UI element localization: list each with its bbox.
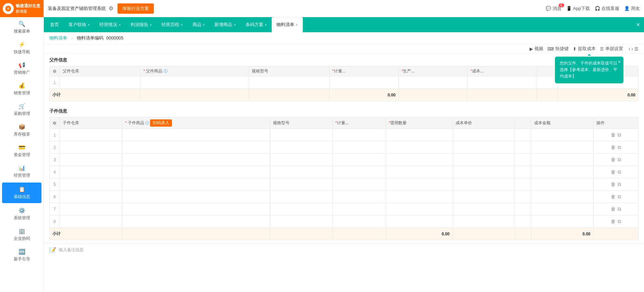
delete-icon-6[interactable]: 🗑 — [611, 194, 616, 200]
child-product-8[interactable] — [122, 215, 270, 228]
prev-button[interactable]: ‹ — [629, 46, 630, 51]
parent-cost-cell[interactable] — [468, 77, 537, 89]
child-spec-2[interactable] — [270, 141, 333, 154]
trial-button[interactable]: 体验行业方案 — [117, 3, 154, 14]
child-spec-1[interactable] — [270, 129, 333, 141]
child-warehouse-7[interactable] — [60, 203, 122, 215]
sidebar-item-sales[interactable]: 💰 销售管理 — [0, 79, 44, 100]
tab-history[interactable]: 经营历程 × — [157, 17, 187, 32]
child-spec-4[interactable] — [270, 166, 333, 178]
tab-barcode[interactable]: 条码方案 × — [241, 17, 272, 32]
list-view-icon[interactable]: ☰ — [634, 46, 639, 51]
child-product-3[interactable] — [122, 154, 270, 166]
sidebar-item-guide[interactable]: 🆕 新手引导 — [0, 245, 44, 266]
sidebar-item-system[interactable]: ⚙️ 系统管理 — [0, 204, 44, 224]
child-unit-cost-3[interactable] — [453, 154, 515, 166]
child-warehouse-8[interactable] — [60, 215, 122, 228]
tab-home[interactable]: 首页 — [45, 17, 64, 32]
child-qty-5[interactable] — [386, 178, 453, 191]
child-spec-7[interactable] — [270, 203, 333, 215]
child-col-settings[interactable]: ⚙ — [50, 117, 60, 129]
tab-bom[interactable]: 物料清单 × — [272, 17, 302, 32]
parent-col-settings[interactable]: ⚙ — [50, 66, 60, 77]
note-placeholder[interactable]: 输入备注信息 — [59, 247, 84, 253]
parent-product-cell[interactable] — [140, 77, 249, 89]
child-unit-2[interactable] — [333, 141, 386, 154]
next-button[interactable]: › — [632, 46, 633, 51]
child-product-6[interactable] — [122, 191, 270, 203]
close-tab-operation[interactable]: × — [119, 23, 121, 27]
close-tab-history[interactable]: × — [181, 23, 183, 27]
tooltip-close-button[interactable]: × — [618, 58, 621, 66]
copy-icon-7[interactable]: ⧉ — [618, 206, 621, 212]
child-spec-3[interactable] — [270, 154, 333, 166]
child-unit-3[interactable] — [333, 154, 386, 166]
child-unit-cost-4[interactable] — [453, 166, 515, 178]
copy-icon-8[interactable]: ⧉ — [618, 219, 621, 224]
child-product-1[interactable] — [122, 129, 270, 141]
online-service-button[interactable]: 🎧 在线客服 — [595, 5, 619, 12]
tab-profit[interactable]: 利润报告 × — [126, 17, 157, 32]
child-product-info-icon[interactable]: ⓘ — [145, 121, 149, 125]
sidebar-item-quicknav[interactable]: ⚡ 快捷导航 — [0, 38, 44, 58]
close-tab-customer[interactable]: × — [88, 23, 90, 27]
child-unit-4[interactable] — [333, 166, 386, 178]
child-unit-cost-1[interactable] — [453, 129, 515, 141]
copy-icon-6[interactable]: ⧉ — [618, 194, 621, 200]
parent-spec-cell[interactable] — [249, 77, 329, 89]
sidebar-item-inventory[interactable]: 📦 库存核算 — [0, 120, 44, 141]
child-unit-1[interactable] — [333, 129, 386, 141]
child-unit-cost-8[interactable] — [453, 215, 515, 228]
child-unit-6[interactable] — [333, 191, 386, 203]
delete-icon-1[interactable]: 🗑 — [611, 132, 616, 138]
tab-new-product[interactable]: 新增商品 × — [210, 17, 240, 32]
child-unit-cost-6[interactable] — [453, 191, 515, 203]
parent-unit-cell[interactable] — [330, 77, 399, 89]
delete-icon-5[interactable]: 🗑 — [611, 182, 616, 187]
delete-icon-2[interactable]: 🗑 — [611, 144, 616, 150]
close-tab-new-product[interactable]: × — [234, 23, 236, 27]
copy-icon-4[interactable]: ⧉ — [618, 169, 621, 175]
child-warehouse-1[interactable] — [60, 129, 122, 141]
child-warehouse-4[interactable] — [60, 166, 122, 178]
sidebar-item-enterprise[interactable]: 🏢 企业协同 — [0, 224, 44, 245]
child-unit-cost-2[interactable] — [453, 141, 515, 154]
child-qty-3[interactable] — [386, 154, 453, 166]
sidebar-item-search[interactable]: 🔍 搜索菜单 — [0, 17, 44, 38]
delete-icon-7[interactable]: 🗑 — [611, 206, 616, 212]
tab-operation[interactable]: 经营情况 × — [95, 17, 125, 32]
view-button[interactable]: ▶ 视频 — [530, 46, 543, 52]
cost-button[interactable]: ⬆ 提取成本 — [573, 46, 596, 52]
delete-icon-3[interactable]: 🗑 — [611, 157, 616, 163]
child-warehouse-3[interactable] — [60, 154, 122, 166]
copy-icon-5[interactable]: ⧉ — [618, 182, 621, 187]
child-qty-1[interactable] — [386, 129, 453, 141]
copy-icon-2[interactable]: ⧉ — [618, 144, 621, 150]
tab-product[interactable]: 商品 × — [188, 17, 210, 32]
child-unit-cost-5[interactable] — [453, 178, 515, 191]
child-spec-8[interactable] — [270, 215, 333, 228]
sidebar-item-purchase[interactable]: 🛒 采购管理 — [0, 100, 44, 120]
sidebar-item-finance[interactable]: 💳 资金管理 — [0, 141, 44, 161]
shortcut-button[interactable]: ⌨ 快捷键 — [547, 46, 569, 52]
parent-warehouse-cell[interactable] — [60, 77, 140, 89]
child-qty-8[interactable] — [386, 215, 453, 228]
copy-icon-3[interactable]: ⧉ — [618, 157, 621, 163]
scan-button[interactable]: 扫码录入 — [150, 119, 172, 127]
child-qty-2[interactable] — [386, 141, 453, 154]
child-warehouse-2[interactable] — [60, 141, 122, 154]
child-unit-8[interactable] — [333, 215, 386, 228]
tab-close-all[interactable]: × — [633, 21, 643, 28]
child-product-4[interactable] — [122, 166, 270, 178]
breadcrumb-bom-list[interactable]: 物料清单 — [49, 35, 67, 41]
close-tab-product[interactable]: × — [203, 23, 205, 27]
child-unit-cost-7[interactable] — [453, 203, 515, 215]
close-tab-bom[interactable]: × — [296, 23, 298, 27]
app-download-button[interactable]: 📱 App下载 — [566, 5, 590, 12]
child-unit-7[interactable] — [333, 203, 386, 215]
delete-icon-4[interactable]: 🗑 — [611, 169, 616, 175]
sidebar-item-basic[interactable]: 📋 基础信息 — [2, 183, 41, 203]
child-warehouse-5[interactable] — [60, 178, 122, 191]
parent-product-info-icon[interactable]: ⓘ — [164, 69, 168, 73]
sidebar-item-operation[interactable]: 📊 经营管理 — [0, 161, 44, 182]
